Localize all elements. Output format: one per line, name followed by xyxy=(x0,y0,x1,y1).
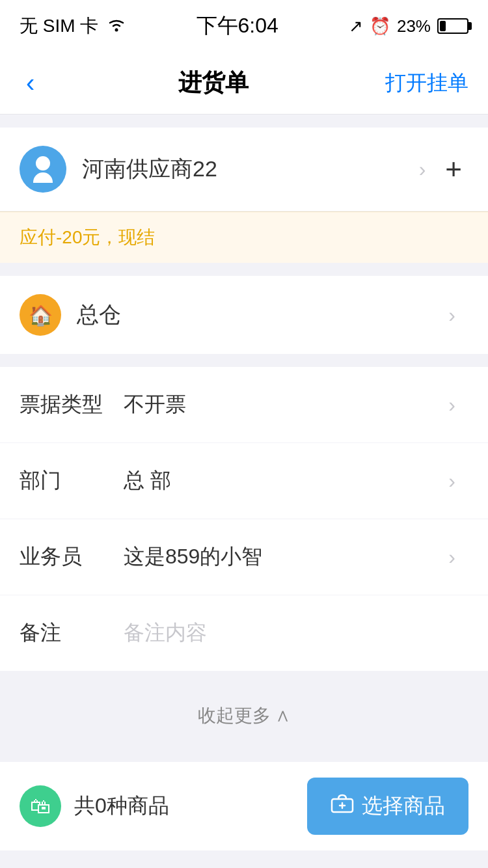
remark-row[interactable]: 备注 备注内容 xyxy=(0,595,488,671)
remark-input[interactable]: 备注内容 xyxy=(124,619,468,647)
select-goods-button[interactable]: 选择商品 xyxy=(307,778,468,835)
battery-icon xyxy=(437,18,468,34)
add-supplier-button[interactable]: + xyxy=(439,153,468,185)
bottom-bar: 🛍 共0种商品 选择商品 xyxy=(0,761,488,850)
supplier-row[interactable]: 河南供应商22 › + xyxy=(0,128,488,211)
alarm-icon: ⏰ xyxy=(370,16,390,36)
warehouse-section: 🏠 总仓 › xyxy=(0,276,488,354)
bottom-divider xyxy=(0,748,488,761)
notice-bar: 应付-20元，现结 xyxy=(0,211,488,263)
page-background xyxy=(0,850,488,868)
warehouse-name: 总仓 xyxy=(77,300,448,330)
shopping-bag-icon: 🛍 xyxy=(30,794,51,819)
status-time: 下午6:04 xyxy=(197,12,278,40)
dept-row[interactable]: 部门 总 部 › xyxy=(0,443,488,519)
person-icon xyxy=(33,156,53,183)
location-icon: ↗ xyxy=(349,16,363,36)
back-button[interactable]: ‹ xyxy=(20,62,41,104)
warehouse-icon: 🏠 xyxy=(20,294,61,336)
invoice-value: 不开票 xyxy=(124,390,448,419)
divider-top xyxy=(0,115,488,128)
person-body xyxy=(33,172,53,183)
dept-chevron-icon: › xyxy=(448,469,455,493)
status-bar: 无 SIM 卡 下午6:04 ↗ ⏰ 23% xyxy=(0,0,488,52)
select-goods-icon xyxy=(331,794,354,819)
nav-bar: ‹ 进货单 打开挂单 xyxy=(0,52,488,115)
invoice-chevron-icon: › xyxy=(448,393,455,417)
supplier-name: 河南供应商22 xyxy=(82,154,419,184)
select-goods-label: 选择商品 xyxy=(362,792,445,821)
wifi-icon xyxy=(107,16,126,36)
goods-icon: 🛍 xyxy=(20,785,61,827)
dept-value: 总 部 xyxy=(124,467,448,495)
svg-point-0 xyxy=(115,29,118,32)
warehouse-row[interactable]: 🏠 总仓 › xyxy=(0,276,488,354)
page-title: 进货单 xyxy=(178,67,249,99)
supplier-section: 河南供应商22 › + 应付-20元，现结 xyxy=(0,128,488,263)
remark-label: 备注 xyxy=(20,619,124,647)
warehouse-chevron-icon: › xyxy=(448,303,455,327)
form-section: 票据类型 不开票 › 部门 总 部 › 业务员 这是859的小智 › 备注 备注… xyxy=(0,367,488,671)
supplier-chevron-icon: › xyxy=(419,157,426,182)
status-left: 无 SIM 卡 xyxy=(20,14,126,38)
battery-percentage: 23% xyxy=(397,16,431,36)
invoice-type-row[interactable]: 票据类型 不开票 › xyxy=(0,367,488,443)
status-right: ↗ ⏰ 23% xyxy=(349,16,468,36)
person-head xyxy=(36,156,50,170)
collapse-label: 收起更多 ∧ xyxy=(198,703,291,728)
invoice-label: 票据类型 xyxy=(20,390,124,419)
dept-label: 部门 xyxy=(20,467,124,495)
goods-count-label: 共0种商品 xyxy=(74,792,307,821)
supplier-avatar xyxy=(20,146,66,193)
notice-text: 应付-20元，现结 xyxy=(20,227,155,247)
sales-row[interactable]: 业务员 这是859的小智 › xyxy=(0,519,488,595)
sales-value: 这是859的小智 xyxy=(124,543,448,571)
collapse-button[interactable]: 收起更多 ∧ xyxy=(0,684,488,748)
house-icon: 🏠 xyxy=(29,304,53,327)
sales-chevron-icon: › xyxy=(448,545,455,569)
sales-label: 业务员 xyxy=(20,543,124,571)
carrier-label: 无 SIM 卡 xyxy=(20,14,98,38)
open-pending-button[interactable]: 打开挂单 xyxy=(385,69,468,98)
